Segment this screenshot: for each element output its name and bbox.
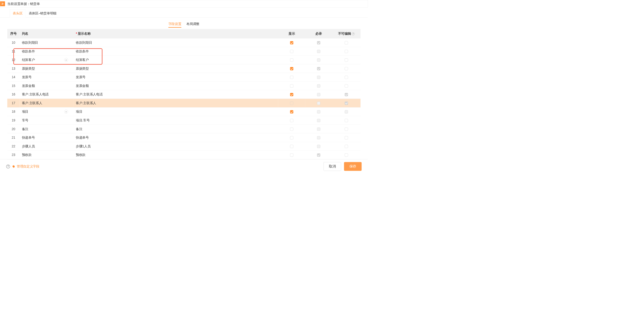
col-name: 列名 (20, 29, 74, 38)
readonly-cell (332, 56, 360, 64)
required-cell (305, 90, 332, 99)
row-col-name: 项目+ (20, 107, 74, 116)
readonly-checkbox[interactable] (345, 136, 348, 140)
readonly-checkbox (345, 110, 348, 114)
readonly-checkbox[interactable] (345, 128, 348, 131)
subtab-field-settings[interactable]: 字段设置 (168, 20, 182, 28)
subtab-layout-adjust[interactable]: 布局调整 (186, 20, 200, 28)
readonly-cell (332, 150, 360, 159)
readonly-cell (332, 107, 360, 116)
tab-header-area[interactable]: 表头区 (10, 9, 26, 18)
readonly-checkbox[interactable] (345, 76, 348, 79)
readonly-checkbox[interactable] (345, 58, 348, 62)
col-required: 必录 (305, 29, 332, 38)
fields-table: 序号 列名 *显示名称 显示 必录 不可编辑? 10收款到期日收款到期日11收款… (7, 29, 360, 159)
tab-body-area[interactable]: 表体区–销货单明细 (26, 9, 60, 18)
add-sub-field-button[interactable]: + (64, 110, 68, 114)
row-col-name: 车号 (20, 116, 74, 125)
show-checkbox[interactable] (290, 76, 294, 79)
required-star-icon: * (76, 32, 77, 35)
readonly-cell (332, 124, 360, 133)
save-button[interactable]: 保存 (344, 162, 362, 171)
section-tabs: 表头区 表体区–销货单明细 (0, 9, 368, 18)
row-index: 10 (7, 38, 20, 47)
required-checkbox (317, 145, 320, 148)
table-row[interactable]: 14发票号发票号 (7, 73, 360, 82)
manage-custom-fields-link[interactable]: 管理自定义字段 (17, 164, 40, 168)
readonly-cell (332, 64, 360, 73)
row-display-name[interactable]: 发票号 (74, 73, 278, 82)
show-checkbox[interactable] (290, 93, 294, 96)
table-row[interactable]: 17客户.主联系人客户.主联系人 (7, 99, 360, 108)
row-index: 22 (7, 142, 20, 151)
readonly-cell (332, 38, 360, 47)
required-checkbox (317, 128, 320, 131)
show-checkbox[interactable] (290, 58, 294, 62)
readonly-checkbox[interactable] (345, 41, 348, 44)
table-row[interactable]: 21快递单号快递单号 (7, 133, 360, 142)
row-display-name[interactable]: 客户.主联系人电话 (74, 90, 278, 99)
show-checkbox[interactable] (290, 110, 294, 114)
row-display-name[interactable]: 备注 (74, 124, 278, 133)
help-icon[interactable]: ? (6, 164, 10, 168)
show-checkbox[interactable] (290, 119, 294, 122)
readonly-checkbox[interactable] (345, 119, 348, 122)
readonly-checkbox[interactable] (345, 145, 348, 148)
row-display-name[interactable]: 快递单号 (74, 133, 278, 142)
required-cell (305, 47, 332, 56)
row-display-name[interactable]: 收款条件 (74, 47, 278, 56)
table-row[interactable]: 13票据类型票据类型 (7, 64, 360, 73)
required-checkbox (317, 102, 320, 105)
row-display-name[interactable]: 步骤1人员 (74, 142, 278, 151)
col-idx: 序号 (7, 29, 20, 38)
table-row[interactable]: 22步骤人员步骤1人员 (7, 142, 360, 151)
required-cell (305, 82, 332, 90)
table-row[interactable]: 23预收款预收款 (7, 150, 360, 159)
required-cell (305, 150, 332, 159)
row-display-name[interactable]: 项目 (74, 107, 278, 116)
readonly-checkbox[interactable] (345, 67, 348, 70)
readonly-cell (332, 116, 360, 125)
required-checkbox (317, 41, 320, 44)
table-row[interactable]: 20备注备注 (7, 124, 360, 133)
col-readonly: 不可编辑? (332, 29, 360, 38)
row-col-name: 结算客户+ (20, 56, 74, 64)
row-display-name[interactable]: 项目.车号 (74, 116, 278, 125)
table-row[interactable]: 11收款条件收款条件 (7, 47, 360, 56)
col-show: 显示 (278, 29, 305, 38)
row-display-name[interactable]: 结算客户 (74, 56, 278, 64)
show-checkbox[interactable] (290, 67, 294, 70)
table-row[interactable]: 18项目+项目 (7, 107, 360, 116)
show-checkbox[interactable] (290, 84, 294, 88)
col-display: *显示名称 (74, 29, 278, 38)
readonly-checkbox[interactable] (345, 153, 348, 157)
table-row[interactable]: 12结算客户+结算客户 (7, 56, 360, 64)
show-checkbox[interactable] (290, 50, 294, 53)
row-index: 16 (7, 90, 20, 99)
show-checkbox[interactable] (290, 128, 294, 131)
cancel-button[interactable]: 取消 (324, 162, 341, 171)
collapse-sidebar-button[interactable] (0, 2, 5, 6)
row-display-name[interactable]: 预收款 (74, 150, 278, 159)
show-cell (278, 107, 305, 116)
show-checkbox[interactable] (290, 102, 294, 105)
show-checkbox[interactable] (290, 153, 294, 157)
table-row[interactable]: 16客户.主联系人电话客户.主联系人电话 (7, 90, 360, 99)
show-checkbox[interactable] (290, 41, 294, 44)
row-display-name[interactable]: 收款到期日 (74, 38, 278, 47)
row-display-name[interactable]: 客户.主联系人 (74, 99, 278, 108)
readonly-checkbox[interactable] (345, 50, 348, 53)
table-row[interactable]: 10收款到期日收款到期日 (7, 38, 360, 47)
row-display-name[interactable]: 票据类型 (74, 64, 278, 73)
show-cell (278, 47, 305, 56)
show-cell (278, 82, 305, 90)
required-cell (305, 38, 332, 47)
readonly-checkbox[interactable] (345, 84, 348, 88)
show-checkbox[interactable] (290, 136, 294, 140)
table-row[interactable]: 19车号项目.车号 (7, 116, 360, 125)
table-row[interactable]: 15发票金额发票金额 (7, 82, 360, 90)
add-sub-field-button[interactable]: + (64, 58, 68, 62)
row-display-name[interactable]: 发票金额 (74, 82, 278, 90)
show-checkbox[interactable] (290, 145, 294, 148)
help-icon[interactable]: ? (352, 32, 355, 36)
